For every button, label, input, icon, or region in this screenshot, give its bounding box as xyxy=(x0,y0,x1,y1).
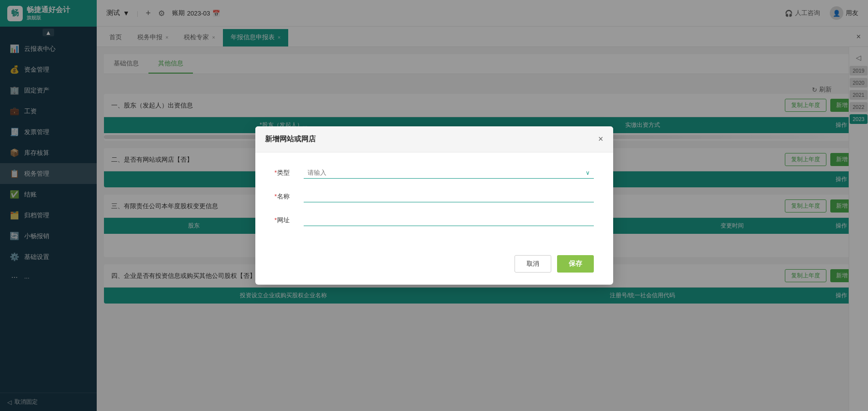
modal-overlay: 新增网站或网店 × *类型 ∨ *名称 xyxy=(0,0,868,411)
form-row-url: *网址 xyxy=(275,214,594,226)
name-field-wrapper[interactable] xyxy=(304,191,594,202)
form-row-name: *名称 xyxy=(275,191,594,202)
modal-close-btn[interactable]: × xyxy=(598,134,603,144)
modal-body: *类型 ∨ *名称 *网址 xyxy=(255,152,613,248)
type-field-wrapper[interactable]: ∨ xyxy=(304,167,594,179)
url-input[interactable] xyxy=(308,216,590,224)
save-btn[interactable]: 保存 xyxy=(557,255,594,273)
modal-title: 新增网站或网店 xyxy=(265,135,316,144)
modal-add-website: 新增网站或网店 × *类型 ∨ *名称 xyxy=(255,126,613,285)
label-name: *名称 xyxy=(275,192,304,201)
dropdown-arrow-icon[interactable]: ∨ xyxy=(586,169,590,176)
url-field-wrapper[interactable] xyxy=(304,214,594,226)
modal-header: 新增网站或网店 × xyxy=(255,126,613,152)
modal-footer: 取消 保存 xyxy=(255,248,613,285)
label-type: *类型 xyxy=(275,168,304,177)
type-input[interactable] xyxy=(308,169,586,176)
cancel-btn[interactable]: 取消 xyxy=(515,255,551,273)
name-input[interactable] xyxy=(308,193,590,200)
form-row-type: *类型 ∨ xyxy=(275,167,594,179)
label-url: *网址 xyxy=(275,216,304,225)
